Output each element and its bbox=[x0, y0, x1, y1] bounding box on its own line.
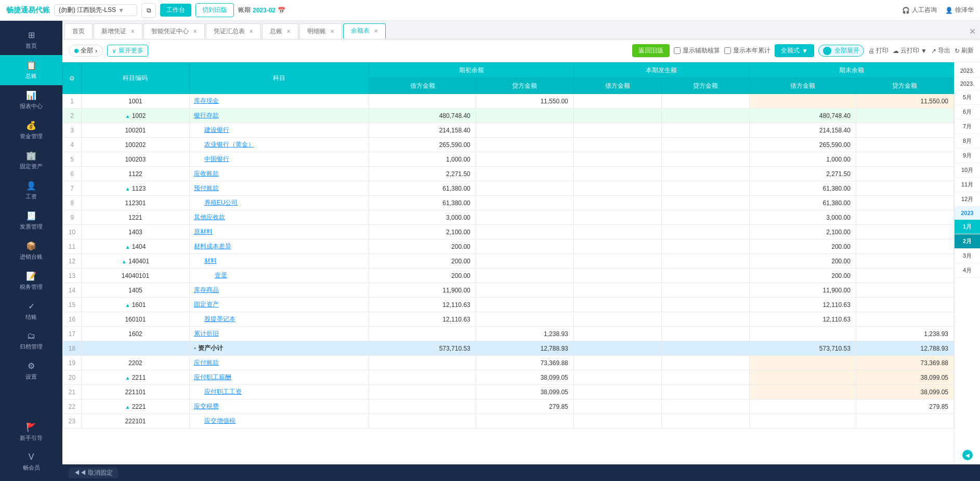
workbench-button[interactable]: 工作台 bbox=[160, 4, 191, 17]
sidebar-item-guide[interactable]: 🚩 新手引导 bbox=[0, 417, 62, 447]
tab-detailed-ledger[interactable]: 明细账 ✕ bbox=[299, 23, 342, 39]
account-name[interactable]: 养殖EU公司 bbox=[189, 196, 369, 210]
account-name[interactable]: 固定资产 bbox=[189, 298, 369, 312]
account-name-link[interactable]: 材料 bbox=[204, 257, 217, 264]
tab-home[interactable]: 首页 bbox=[64, 23, 93, 39]
month-7[interactable]: 7月 bbox=[955, 119, 980, 134]
table-container[interactable]: ⚙ 科目编码 科目 期初余额 本期发生额 期末余额 借方金额 贷方金额 借方金额 bbox=[62, 62, 954, 464]
month-12[interactable]: 12月 bbox=[955, 192, 980, 207]
copy-icon[interactable]: ⧉ bbox=[141, 3, 156, 18]
panel-toggle-icon[interactable]: ◀ bbox=[962, 450, 973, 460]
account-name[interactable]: 壹蛋 bbox=[189, 269, 369, 283]
sidebar-item-settings[interactable]: ⚙ 设置 bbox=[0, 356, 62, 386]
month-1[interactable]: 1月 bbox=[955, 220, 980, 234]
account-name[interactable]: 银行存款 bbox=[189, 109, 369, 123]
unpin-button[interactable]: ◀◀ 取消固定 bbox=[69, 467, 118, 478]
account-name[interactable]: 应收账款 bbox=[189, 167, 369, 181]
account-name-link[interactable]: 股提墨记本 bbox=[204, 315, 236, 323]
account-name[interactable]: 应付职工工资 bbox=[189, 385, 369, 399]
account-name[interactable]: 应付账款 bbox=[189, 356, 369, 370]
sidebar-item-payroll[interactable]: 👤 工资 bbox=[0, 176, 62, 206]
account-name[interactable]: 应付职工薪酬 bbox=[189, 370, 369, 385]
account-name-link[interactable]: 预付账款 bbox=[194, 184, 219, 192]
filter-button[interactable]: 全部 › bbox=[69, 45, 103, 57]
month-2[interactable]: 2月 bbox=[955, 234, 980, 249]
account-name-link[interactable]: 应付账款 bbox=[194, 359, 219, 366]
account-name[interactable]: 建设银行 bbox=[189, 123, 369, 138]
sidebar-item-tax[interactable]: 📝 税务管理 bbox=[0, 266, 62, 296]
user-profile[interactable]: 👤 徐泽华 bbox=[945, 6, 974, 15]
sidebar-item-close[interactable]: ✓ 结账 bbox=[0, 296, 62, 326]
account-name-link[interactable]: 中国银行 bbox=[204, 155, 229, 163]
month-4[interactable]: 4月 bbox=[955, 263, 980, 278]
account-name[interactable]: 库存现金 bbox=[189, 94, 369, 109]
tab-general-ledger[interactable]: 总账 ✕ bbox=[262, 23, 298, 39]
month-11[interactable]: 11月 bbox=[955, 178, 980, 192]
tab-voucher-summary[interactable]: 凭证汇总表 ✕ bbox=[206, 23, 261, 39]
account-name-link[interactable]: 材料成本差异 bbox=[194, 243, 231, 250]
account-name-link[interactable]: 银行存款 bbox=[194, 112, 219, 119]
sidebar-item-funds[interactable]: 💰 资金管理 bbox=[0, 115, 62, 145]
account-name-link[interactable]: 其他应收款 bbox=[194, 213, 225, 221]
account-name[interactable]: 库存商品 bbox=[189, 283, 369, 298]
month-5[interactable]: 5月 bbox=[955, 90, 980, 105]
settings-column-header[interactable]: ⚙ bbox=[63, 63, 82, 94]
year-2023-active[interactable]: 2023 bbox=[955, 207, 980, 220]
account-name-link[interactable]: 库存商品 bbox=[194, 286, 219, 293]
close-icon[interactable]: ✕ bbox=[330, 29, 334, 34]
show-auxiliary-checkbox[interactable]: 显示辅助核算 bbox=[674, 46, 720, 55]
sidebar-item-home[interactable]: ⊞ 首页 bbox=[0, 25, 62, 55]
month-6[interactable]: 6月 bbox=[955, 105, 980, 119]
account-name[interactable]: ▪资产小计 bbox=[189, 341, 369, 356]
auxiliary-checkbox-input[interactable] bbox=[674, 47, 681, 54]
sidebar-item-sales[interactable]: 📦 进销台账 bbox=[0, 236, 62, 266]
account-name-link[interactable]: 壹蛋 bbox=[215, 272, 227, 279]
sidebar-item-assets[interactable]: 🏢 固定资产 bbox=[0, 145, 62, 176]
account-name-link[interactable]: 累计折旧 bbox=[194, 330, 219, 337]
account-name-link[interactable]: 固定资产 bbox=[194, 301, 219, 308]
calendar-icon[interactable]: 📅 bbox=[278, 7, 285, 14]
month-8[interactable]: 8月 bbox=[955, 134, 980, 149]
account-name-link[interactable]: 应收账款 bbox=[194, 170, 219, 177]
human-consult-button[interactable]: 🎧 人工咨询 bbox=[902, 6, 937, 15]
account-name[interactable]: 材料成本差异 bbox=[189, 239, 369, 254]
cloud-print-button[interactable]: ☁ 云打印 ▼ bbox=[893, 46, 927, 55]
account-name[interactable]: 农业银行（黄金） bbox=[189, 138, 369, 152]
account-name[interactable]: 应交税费 bbox=[189, 399, 369, 414]
switch-version-button[interactable]: 切到旧版 bbox=[195, 3, 234, 17]
year-2023-second[interactable]: 2023. bbox=[955, 77, 980, 90]
tab-balance-sheet[interactable]: 余额表 ✕ bbox=[343, 23, 386, 39]
account-name-link[interactable]: 应交增值税 bbox=[204, 417, 236, 424]
sidebar-item-invoices[interactable]: 🧾 发票管理 bbox=[0, 206, 62, 236]
account-name-link[interactable]: 库存现金 bbox=[194, 97, 219, 104]
cumulative-checkbox-input[interactable] bbox=[724, 47, 731, 54]
account-name[interactable]: 其他应收款 bbox=[189, 210, 369, 225]
account-name-link[interactable]: 应付职工工资 bbox=[204, 388, 242, 395]
month-9[interactable]: 9月 bbox=[955, 149, 980, 163]
show-cumulative-checkbox[interactable]: 显示本年累计 bbox=[724, 46, 770, 55]
month-3[interactable]: 3月 bbox=[955, 249, 980, 263]
account-name[interactable]: 预付账款 bbox=[189, 181, 369, 196]
tab-smart-voucher[interactable]: 智能凭证中心 ✕ bbox=[143, 23, 205, 39]
account-name[interactable]: 原材料 bbox=[189, 225, 369, 239]
expand-more-button[interactable]: ∨ 展开更多 bbox=[107, 45, 148, 57]
refresh-button[interactable]: ↻ 刷新 bbox=[955, 46, 974, 55]
sidebar-item-member[interactable]: V 畅会员 bbox=[0, 447, 62, 477]
account-name-link[interactable]: 原材料 bbox=[194, 228, 213, 235]
sidebar-item-reports[interactable]: 📊 报表中心 bbox=[0, 85, 62, 115]
close-icon[interactable]: ✕ bbox=[374, 28, 378, 34]
account-name-link[interactable]: 农业银行（黄金） bbox=[204, 141, 254, 148]
close-icon[interactable]: ✕ bbox=[249, 29, 253, 34]
year-2023-first[interactable]: 2023. bbox=[955, 64, 980, 77]
return-old-version-button[interactable]: 返回旧版 bbox=[632, 44, 670, 57]
close-all-tabs[interactable]: ✕ bbox=[965, 23, 980, 39]
close-icon[interactable]: ✕ bbox=[130, 29, 135, 34]
company-selector[interactable]: (勿删) 江西脱壳-LSS ▼ bbox=[54, 4, 137, 16]
panel-toggle[interactable]: ◀ bbox=[955, 448, 980, 462]
account-name[interactable]: 股提墨记本 bbox=[189, 312, 369, 327]
account-name[interactable]: 应交增值税 bbox=[189, 414, 369, 429]
sidebar-item-archive[interactable]: 🗂 归档管理 bbox=[0, 326, 62, 356]
print-button[interactable]: 🖨 打印 bbox=[868, 46, 888, 55]
account-name-link[interactable]: 应交税费 bbox=[194, 403, 219, 410]
account-name-link[interactable]: 养殖EU公司 bbox=[204, 199, 238, 206]
